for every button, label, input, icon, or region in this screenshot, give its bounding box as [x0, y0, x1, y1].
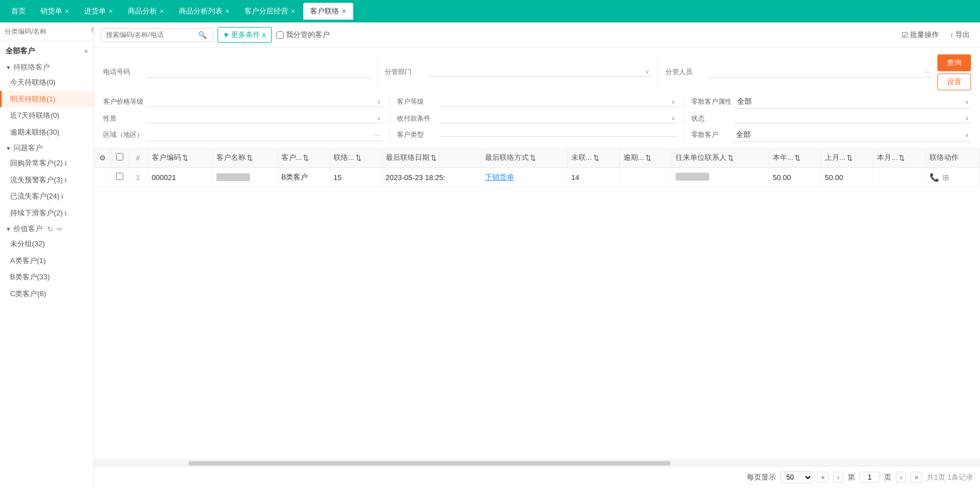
action-buttons: 查询 设置 — [937, 54, 971, 90]
row-last-month: 50.00 — [821, 168, 873, 187]
dept-select[interactable]: ∨ — [427, 67, 652, 77]
sidebar-item-a-class[interactable]: A类客户(1) — [0, 252, 94, 269]
row-checkbox[interactable] — [116, 173, 123, 180]
region-dots-icon[interactable]: ··· — [375, 131, 381, 139]
sidebar-item-c-class[interactable]: C类客户(6) — [0, 286, 94, 302]
retail-customer-caret-icon: ∨ — [965, 132, 969, 138]
filter-row-3: 性质 ∨ 收付款条件 ∨ 状态 ∨ — [103, 113, 971, 123]
query-button[interactable]: 查询 — [937, 54, 971, 71]
person-select[interactable]: ··· — [708, 66, 933, 78]
col-this-year[interactable]: 本年... ⇅ — [769, 148, 821, 168]
nature-select[interactable]: ∨ — [146, 113, 383, 123]
sidebar-problem-group[interactable]: ▼ 问题客户 — [0, 140, 94, 155]
sidebar-item-abnormal[interactable]: 回购异常客户(2) ℹ — [0, 155, 94, 172]
col-settings[interactable]: ⚙ — [94, 148, 111, 168]
filter-search-input[interactable] — [106, 31, 196, 39]
close-analysis-icon[interactable]: ✕ — [159, 8, 164, 15]
row-unit-contact — [672, 168, 769, 187]
value-edit-icon[interactable]: ✏ — [57, 225, 63, 233]
col-overdue[interactable]: 逾期... ⇅ — [620, 148, 672, 168]
filter-search-icon[interactable]: 🔍 — [198, 31, 207, 39]
status-select[interactable]: ∨ — [734, 113, 971, 123]
nav-tab-purchase[interactable]: 进货单 ✕ — [77, 3, 120, 20]
value-refresh-icon[interactable]: ↻ — [47, 225, 53, 233]
nav-tab-customer-contact[interactable]: 客户联络 ✕ — [303, 3, 353, 20]
info-icon-abnormal: ℹ — [64, 160, 67, 167]
col-actions: 联络动作 — [926, 148, 979, 168]
row-name: Ea — [213, 168, 278, 187]
sidebar-search-area: 🔍 — [0, 22, 94, 40]
sort-year-icon: ⇅ — [794, 154, 801, 162]
horizontal-scrollbar[interactable] — [94, 459, 980, 466]
sidebar-pending-group[interactable]: ▼ 待联络客户 — [0, 59, 94, 74]
nav-tab-customer-layer[interactable]: 客户分层经营 ✕ — [238, 3, 302, 20]
col-no-contact[interactable]: 未联... ⇅ — [567, 148, 620, 168]
col-last-method[interactable]: 最后联络方式 ⇅ — [481, 148, 567, 168]
prev-page-button[interactable]: ‹ — [833, 472, 843, 483]
info-icon-lost-risk: ℹ — [64, 177, 67, 183]
col-type[interactable]: 客户... ⇅ — [278, 148, 330, 168]
sidebar-item-ungrouped[interactable]: 未分组(32) — [0, 236, 94, 252]
payment-select[interactable]: ∨ — [440, 113, 677, 123]
close-customer-layer-icon[interactable]: ✕ — [290, 8, 295, 15]
col-this-month[interactable]: 本月... ⇅ — [873, 148, 926, 168]
customer-type-select[interactable] — [440, 133, 677, 137]
data-table-container: ⚙ # 客户编码 ⇅ 客户名称 ⇅ 客户... ⇅ 联络... ⇅ 最后联络日期… — [94, 148, 980, 459]
sidebar-item-continuous-down[interactable]: 持续下滑客户(2) ℹ — [0, 205, 94, 222]
nav-tab-sales[interactable]: 销货单 ✕ — [34, 3, 76, 20]
page-number-input[interactable] — [859, 472, 880, 483]
sidebar-collapse-icon[interactable]: « — [84, 47, 88, 55]
person-dots-icon[interactable]: ··· — [924, 67, 931, 76]
sort-contact-icon: ⇅ — [355, 154, 362, 162]
select-all-checkbox[interactable] — [116, 153, 123, 160]
my-customers-checkbox-area[interactable]: 我分管的客户 — [276, 30, 330, 40]
phone-action-icon[interactable]: 📞 — [930, 173, 939, 182]
close-analysis-list-icon[interactable]: ✕ — [225, 8, 230, 15]
close-purchase-icon[interactable]: ✕ — [108, 8, 113, 15]
sidebar-item-b-class[interactable]: B类客户(33) — [0, 269, 94, 286]
filter-bar: 🔍 ▼ 更多条件 ∧ 我分管的客户 ☑ 批量操作 ↑ 导出 — [94, 22, 980, 48]
sidebar-value-group[interactable]: ▼ 价值客户 ↻ ✏ — [0, 221, 94, 236]
customer-level-select[interactable]: ∨ — [440, 97, 677, 107]
sidebar-item-tomorrow-contact[interactable]: 明天待联络(1) — [0, 91, 94, 108]
retail-customer-field: 零散客户 全部 ∨ — [691, 128, 971, 142]
batch-ops-button[interactable]: ☑ 批量操作 — [898, 27, 942, 42]
table-header-row: ⚙ # 客户编码 ⇅ 客户名称 ⇅ 客户... ⇅ 联络... ⇅ 最后联络日期… — [94, 148, 980, 168]
price-level-select[interactable]: ∨ — [147, 97, 383, 107]
last-page-button[interactable]: » — [910, 472, 922, 483]
settings-button[interactable]: 设置 — [937, 73, 971, 90]
last-method-link[interactable]: 下销货单 — [485, 173, 514, 181]
nav-home[interactable]: 首页 — [4, 3, 33, 20]
sidebar-item-today-contact[interactable]: 今天待联络(0) — [0, 74, 94, 91]
col-unit-contact[interactable]: 往来单位联系人 ⇅ — [672, 148, 769, 168]
close-customer-contact-icon[interactable]: ✕ — [341, 8, 346, 15]
sidebar-item-week-contact[interactable]: 近7天待联络(0) — [0, 107, 94, 124]
sidebar-item-overdue-contact[interactable]: 逾期未联络(30) — [0, 124, 94, 141]
region-select[interactable]: ··· — [147, 129, 383, 141]
scrollbar-thumb[interactable] — [188, 461, 671, 466]
col-last-date[interactable]: 最后联络日期 ⇅ — [382, 148, 481, 168]
per-page-select[interactable]: 50 — [780, 471, 813, 484]
nav-tab-analysis-list[interactable]: 商品分析列表 ✕ — [172, 3, 237, 20]
sidebar-item-lost-risk[interactable]: 流失预警客户(3) ℹ — [0, 172, 94, 188]
col-name[interactable]: 客户名称 ⇅ — [213, 148, 278, 168]
retail-attr-select[interactable]: 全部 ∨ — [735, 95, 971, 109]
close-sales-icon[interactable]: ✕ — [64, 8, 70, 15]
col-code[interactable]: 客户编码 ⇅ — [148, 148, 213, 168]
grid-action-icon[interactable]: ⊞ — [942, 173, 949, 182]
more-conditions-button[interactable]: ▼ 更多条件 ∧ — [218, 27, 272, 43]
my-customers-checkbox[interactable] — [276, 31, 284, 39]
col-contact[interactable]: 联络... ⇅ — [330, 148, 382, 168]
first-page-button[interactable]: « — [817, 472, 829, 483]
sidebar-item-lost[interactable]: 已流失客户(24) ℹ — [0, 188, 94, 205]
sidebar-all-customers[interactable]: 全部客户 « — [0, 43, 94, 59]
next-page-button[interactable]: › — [896, 472, 906, 483]
col-last-month[interactable]: 上月... ⇅ — [821, 148, 873, 168]
level-caret-icon: ∨ — [671, 99, 675, 105]
phone-input[interactable] — [146, 66, 371, 78]
export-button[interactable]: ↑ 导出 — [947, 27, 974, 42]
sidebar-search-input[interactable] — [4, 27, 89, 35]
nav-tab-analysis[interactable]: 商品分析 ✕ — [121, 3, 171, 20]
person-field: 分管人员 ··· — [665, 66, 933, 78]
retail-customer-select[interactable]: 全部 ∨ — [734, 128, 971, 142]
